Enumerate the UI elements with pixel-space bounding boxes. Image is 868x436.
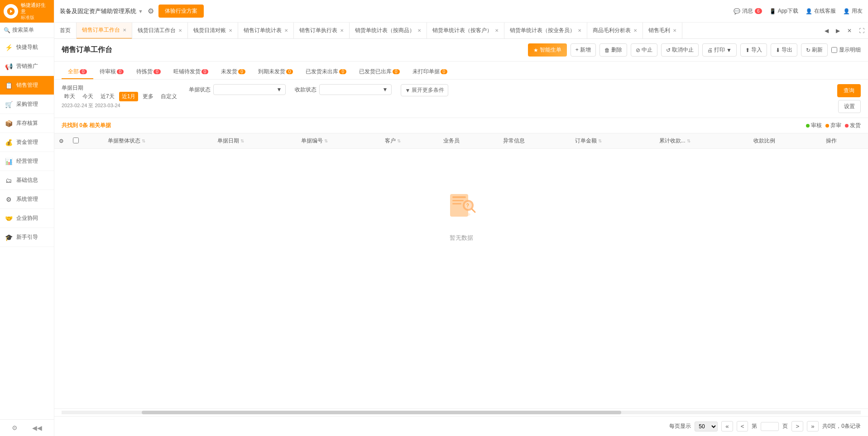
tab-sales-order[interactable]: 销售订单工作台 ✕ xyxy=(77,23,132,39)
smart-create-btn[interactable]: ★ 智能生单 xyxy=(528,43,567,57)
filter-tab-expired-not-shipped[interactable]: 到期未发货0 xyxy=(252,65,300,79)
online-service-btn[interactable]: 👤 在线客服 xyxy=(806,7,836,15)
solution-btn[interactable]: 体验行业方案 xyxy=(158,5,204,18)
expand-conditions-btn[interactable]: ▼ 展开更多条件 xyxy=(401,84,448,96)
col-customer-header[interactable]: 客户⇅ xyxy=(380,133,439,149)
sidebar-item-operations[interactable]: 📊 经营管理 xyxy=(0,152,54,171)
tab-close-product-margin[interactable]: ✕ xyxy=(633,28,637,33)
sidebar-item-system[interactable]: ⚙ 系统管理 xyxy=(0,190,54,209)
ship-btn[interactable]: 发货 xyxy=(845,122,861,129)
set-btn[interactable]: 设置 xyxy=(838,100,861,113)
query-btn[interactable]: 查询 xyxy=(837,84,861,97)
tab-home[interactable]: 首页 xyxy=(54,23,77,39)
sidebar-item-marketing[interactable]: 📢 营销推广 xyxy=(0,57,54,76)
date-opt-today[interactable]: 今天 xyxy=(80,92,96,101)
select-all-checkbox[interactable] xyxy=(73,137,79,143)
tab-cash-daily[interactable]: 钱货日清工作台 ✕ xyxy=(132,23,188,39)
tab-product-margin[interactable]: 商品毛利分析表 ✕ xyxy=(587,23,643,39)
col-date-header[interactable]: 单据日期⇅ xyxy=(213,133,297,149)
tab-cash-reconcile[interactable]: 钱货日清对账 ✕ xyxy=(188,23,238,39)
sidebar-item-basic-info[interactable]: 🗂 基础信息 xyxy=(0,171,54,190)
message-btn[interactable]: 💬 消息 6 xyxy=(734,7,762,15)
sidebar-item-quick-nav[interactable]: ⚡ 快捷导航 xyxy=(0,38,54,57)
sidebar-item-purchase[interactable]: 🛒 采购管理 xyxy=(0,95,54,114)
settings-icon[interactable]: ⚙ xyxy=(12,424,18,431)
last-page-btn[interactable]: » xyxy=(807,421,818,431)
stop-btn[interactable]: ⊘ 中止 xyxy=(631,43,657,57)
delete-btn[interactable]: 🗑 删除 xyxy=(599,43,627,57)
payment-select-chevron: ▼ xyxy=(382,86,388,93)
col-amount-header[interactable]: 订单金额⇅ xyxy=(571,133,654,149)
filter-tab-shipped-not-out[interactable]: 已发货未出库0 xyxy=(299,65,353,79)
tab-sales-stat-product[interactable]: 销货单统计表（按商品） ✕ xyxy=(350,23,427,39)
status-select[interactable]: ▼ xyxy=(213,84,286,95)
topbar-gear-icon[interactable]: ⚙ xyxy=(148,7,154,15)
collapse-sidebar-btn[interactable]: ◀◀ xyxy=(32,424,42,431)
tab-close-sales-order[interactable]: ✕ xyxy=(123,28,126,33)
show-detail-checkbox[interactable]: 显示明细 xyxy=(831,46,861,54)
tab-close-cash-daily[interactable]: ✕ xyxy=(178,28,182,33)
first-page-btn[interactable]: « xyxy=(721,421,733,431)
tab-sales-stat-staff[interactable]: 销货单统计表（按业务员） ✕ xyxy=(504,23,587,39)
tab-close-sales-stat-customer[interactable]: ✕ xyxy=(495,28,499,33)
tab-close-sales-stat[interactable]: ✕ xyxy=(284,28,288,33)
page-size-select[interactable]: 50 10 20 100 xyxy=(695,422,718,431)
payment-select[interactable]: ▼ xyxy=(319,84,392,95)
filter-tab-wangpu[interactable]: 旺铺待发货0 xyxy=(167,65,215,79)
search-menu[interactable]: 🔍 搜索菜单 xyxy=(0,23,54,38)
filter-tab-pending-inspection[interactable]: 待拣货0 xyxy=(130,65,167,79)
col-collected-header[interactable]: 累计收款...⇅ xyxy=(655,133,749,149)
export-btn[interactable]: ⬇ 导出 xyxy=(771,43,797,57)
filter-tab-pending-review[interactable]: 待审核0 xyxy=(93,65,130,79)
filter-tab-not-printed[interactable]: 未打印单据0 xyxy=(406,65,454,79)
tab-close-sales-stat-product[interactable]: ✕ xyxy=(417,28,421,33)
date-opt-more[interactable]: 更多 xyxy=(140,92,156,101)
tab-close-cash-reconcile[interactable]: ✕ xyxy=(229,28,232,33)
user-menu[interactable]: 👤 用友 xyxy=(843,7,863,15)
search-icon: 🔍 xyxy=(4,27,10,33)
filter-tab-shipped-out[interactable]: 已发货已出库0 xyxy=(353,65,406,79)
sidebar-item-sales[interactable]: 📋 销售管理 xyxy=(0,76,54,95)
tab-prev-btn[interactable]: ◀ xyxy=(821,23,832,39)
page-number-input[interactable]: 1 xyxy=(761,422,779,431)
sidebar-item-guide[interactable]: 🎓 新手引导 xyxy=(0,228,54,247)
sidebar-item-inventory[interactable]: 📦 库存核算 xyxy=(0,114,54,133)
tab-next-btn[interactable]: ▶ xyxy=(832,23,844,39)
date-opt-custom[interactable]: 自定义 xyxy=(158,92,180,101)
column-settings-icon[interactable]: ⚙ xyxy=(59,138,64,144)
tab-sales-stat[interactable]: 销售订单统计表 ✕ xyxy=(238,23,294,39)
scroll-thumb[interactable] xyxy=(142,411,621,414)
status-select-chevron: ▼ xyxy=(276,86,282,93)
app-download-btn[interactable]: 📱 App下载 xyxy=(769,7,798,15)
tab-close-all-btn[interactable]: ✕ xyxy=(844,23,855,39)
prev-page-btn[interactable]: < xyxy=(737,421,748,431)
audit-btn[interactable]: 审核 xyxy=(806,122,822,129)
tab-close-sales-exec[interactable]: ✕ xyxy=(340,28,344,33)
tab-sales-stat-customer[interactable]: 销货单统计表（按客户） ✕ xyxy=(427,23,504,39)
add-btn[interactable]: + 新增 xyxy=(571,43,596,57)
phone-icon: 📱 xyxy=(769,8,776,14)
sidebar-item-finance[interactable]: 💰 资金管理 xyxy=(0,133,54,152)
filter-tab-all[interactable]: 全部0 xyxy=(62,65,93,79)
tab-fullscreen-btn[interactable]: ⛶ xyxy=(855,23,868,39)
tab-sales-exec[interactable]: 销售订单执行表 ✕ xyxy=(294,23,350,39)
tab-sales-profit[interactable]: 销售毛利 ✕ xyxy=(643,23,682,39)
cancel-stop-btn[interactable]: ↺ 取消中止 xyxy=(661,43,699,57)
filter-tab-not-shipped[interactable]: 未发货0 xyxy=(215,65,252,79)
date-opt-1month[interactable]: 近1月 xyxy=(119,92,139,101)
next-page-btn[interactable]: > xyxy=(791,421,803,431)
refresh-btn[interactable]: ↻ 刷新 xyxy=(801,43,828,57)
empty-text: 暂无数据 xyxy=(450,234,473,242)
date-opt-yesterday[interactable]: 昨天 xyxy=(62,92,78,101)
tab-close-sales-stat-staff[interactable]: ✕ xyxy=(578,28,581,33)
cancel-audit-btn[interactable]: 弃审 xyxy=(825,122,841,129)
sidebar-item-enterprise[interactable]: 🤝 企业协同 xyxy=(0,209,54,228)
date-opt-7days[interactable]: 近7天 xyxy=(98,92,117,101)
message-label: 消息 xyxy=(742,7,753,15)
print-btn[interactable]: 🖨 打印 ▼ xyxy=(702,43,737,57)
import-btn[interactable]: ⬆ 导入 xyxy=(740,43,767,57)
scroll-track[interactable] xyxy=(62,411,861,414)
tab-close-sales-profit[interactable]: ✕ xyxy=(673,28,676,33)
col-status-header[interactable]: 单据整体状态⇅ xyxy=(103,133,213,149)
col-number-header[interactable]: 单据编号⇅ xyxy=(297,133,380,149)
